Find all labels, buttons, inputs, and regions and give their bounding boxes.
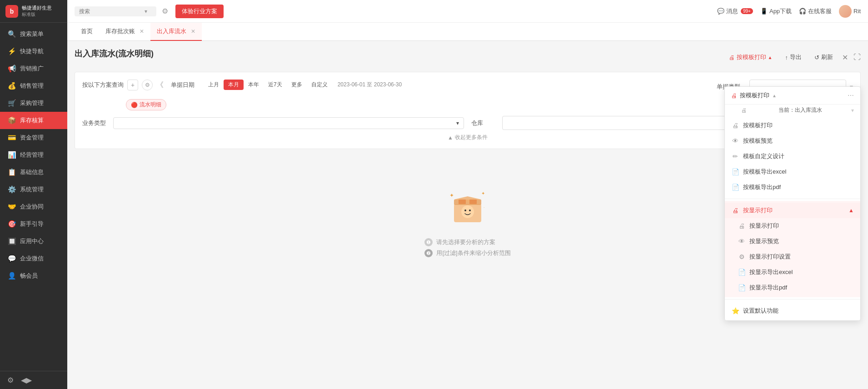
item-icon-display-print: 🖨 [738,222,746,230]
item-label-set-default: 设置默认功能 [743,307,778,315]
date-btn-近7天[interactable]: 近7天 [264,80,287,90]
export-btn[interactable]: ↑ 导出 [782,51,806,63]
section-icon-display-print: 🖨 [731,206,739,214]
tab-batch[interactable]: 库存批次账✕ [99,23,150,41]
search-chevron-icon[interactable]: ▾ [145,8,147,15]
search-input[interactable] [79,8,143,15]
sidebar-label-quicknav: 快捷导航 [20,47,44,55]
dropdown-item-template-excel[interactable]: 📄 按模板导出excel [725,164,860,180]
dropdown-item-display-print[interactable]: 🖨 按显示打印 [725,218,860,234]
dropdown-item-display-preview[interactable]: 👁 按显示预览 [725,234,860,249]
tab-home[interactable]: 首页 [75,23,99,41]
date-btn-自定义[interactable]: 自定义 [307,80,332,90]
sidebar-label-operations: 经营管理 [20,151,44,159]
item-icon-template-excel: 📄 [731,168,739,176]
add-condition-btn[interactable]: + [127,80,138,90]
page-content: 出入库流水(流水明细) 🖨 按模板打印 ▲ ↑ 导出 ↺ 刷新 ✕ ⛶ [67,41,868,389]
hint-num-2: ❷ [424,249,433,257]
item-icon-display-excel: 📄 [738,268,746,276]
topbar: ▾ ⚙ 体验行业方案 💬 消息 99+ 📱 App下载 🎧 在线客服 [67,0,868,23]
customer-service-item[interactable]: 🎧 在线客服 [799,7,832,15]
dropdown-panel: 🖨 按模板打印 ▲ ⋯ 🖨 当前：出入库流水 ▾ 🖨 按模板打印 👁 按模板预览… [724,86,861,321]
warehouse-label: 仓库 [471,119,499,127]
sidebar-item-guide[interactable]: 🎯 新手引导 [0,215,67,233]
dropdown-item-set-default[interactable]: ⭐ 设置默认功能 [725,303,860,319]
date-btn-更多[interactable]: 更多 [287,80,307,90]
sidebar-item-collab[interactable]: 🤝 企业协同 [0,198,67,215]
sidebar-icon-system: ⚙️ [7,185,16,194]
sidebar-item-wechat[interactable]: 💬 企业微信 [0,250,67,267]
hint-item-1: ❶ 请先选择要分析的方案 [424,238,510,246]
dropdown-chevron-up-icon[interactable]: ▲ [772,93,777,98]
print-chevron-up-icon: ▲ [768,55,773,60]
dropdown-item-display-excel[interactable]: 📄 按显示导出excel [725,264,860,280]
main-area: ▾ ⚙ 体验行业方案 💬 消息 99+ 📱 App下载 🎧 在线客服 [67,0,868,389]
app-download-item[interactable]: 📱 App下载 [760,7,792,15]
user-avatar-item[interactable]: Rit [839,5,861,18]
customer-service-icon: 🎧 [799,8,806,15]
sidebar-item-inventory[interactable]: 📦 库存核算 [0,112,67,129]
refresh-btn[interactable]: ↺ 刷新 [811,51,837,63]
tab-close-batch[interactable]: ✕ [140,28,144,35]
search-collapse-icon[interactable]: 《 [156,80,164,90]
topbar-search-box[interactable]: ▾ [75,6,156,16]
item-icon-display-print-settings: ⚙ [738,253,746,261]
tab-close-flow[interactable]: ✕ [191,28,195,35]
item-label-template-excel: 按模板导出excel [743,168,786,176]
industry-btn[interactable]: 体验行业方案 [175,5,224,18]
biz-type-select[interactable]: ▾ [113,117,464,129]
sidebar-label-finance: 资金管理 [20,134,44,142]
topbar-gear-icon[interactable]: ⚙ [162,7,168,15]
collapse-btn[interactable]: ▲ 收起更多条件 [448,134,488,141]
settings-icon[interactable]: ⚙ [7,376,14,384]
sidebar-item-system[interactable]: ⚙️ 系统管理 [0,181,67,198]
dropdown-current-sub[interactable]: 🖨 当前：出入库流水 ▾ [725,105,860,116]
item-label-template-custom: 模板自定义设计 [743,152,784,160]
dropdown-item-template-preview[interactable]: 👁 按模板预览 [725,133,860,149]
messages-badge: 99+ [741,8,753,14]
date-filter: 上月本月本年近7天更多自定义 [204,80,332,90]
messages-item[interactable]: 💬 消息 99+ [717,7,753,15]
search-by-label: 按以下方案查询 [82,81,124,89]
sidebar-item-marketing[interactable]: 📢 营销推广 [0,60,67,77]
sidebar-icon-purchase: 🛒 [7,99,16,108]
dropdown-more-icon[interactable]: ⋯ [848,92,854,99]
tab-flow[interactable]: 出入库流水✕ [150,23,202,41]
item-icon-set-default: ⭐ [731,307,739,315]
dropdown-item-template-custom[interactable]: ✏ 模板自定义设计 [725,149,860,164]
search-settings-btn[interactable]: ⚙ [142,80,153,90]
biz-type-item: 业务类型 ▾ [82,117,464,129]
item-label-template-pdf: 按模板导出pdf [743,183,781,191]
dropdown-section-title-display-print[interactable]: 🖨 按显示打印 ▲ [725,203,860,218]
tab-label-batch: 库存批次账 [105,27,135,35]
sidebar-icon-operations: 📊 [7,150,16,160]
date-btn-本年[interactable]: 本年 [244,80,264,90]
sidebar-item-sales[interactable]: 💰 销售管理 [0,77,67,95]
sidebar-item-member[interactable]: 👤 畅会员 [0,267,67,284]
hint-text-1: 请先选择要分析的方案 [436,238,495,246]
dropdown-item-template-print[interactable]: 🖨 按模板打印 [725,118,860,133]
sidebar-icon-member: 👤 [7,271,16,280]
tab-label-home: 首页 [81,27,93,35]
sidebar-item-appcenter[interactable]: 🔲 应用中心 [0,233,67,250]
page-action-bar: 🖨 按模板打印 ▲ ↑ 导出 ↺ 刷新 ✕ ⛶ [725,51,861,63]
dropdown-item-display-print-settings[interactable]: ⚙ 按显示打印设置 [725,249,860,264]
date-btn-本月[interactable]: 本月 [224,80,244,90]
sidebar-item-operations[interactable]: 📊 经营管理 [0,146,67,164]
dropdown-item-display-pdf[interactable]: 📄 按显示导出pdf [725,280,860,295]
print-template-btn[interactable]: 🖨 按模板打印 ▲ [725,51,776,63]
sidebar-bottom: ⚙ ◀▶ [0,371,67,389]
close-page-icon[interactable]: ✕ [842,53,848,62]
sidebar-item-finance[interactable]: 💳 资金管理 [0,129,67,146]
sidebar-item-quicknav[interactable]: ⚡ 快捷导航 [0,43,67,60]
collapse-sidebar-icon[interactable]: ◀▶ [21,376,32,384]
dropdown-item-template-pdf[interactable]: 📄 按模板导出pdf [725,180,860,195]
date-btn-上月[interactable]: 上月 [204,80,224,90]
sidebar-item-search[interactable]: 🔍 搜索菜单 [0,25,67,43]
expand-page-icon[interactable]: ⛶ [853,53,861,61]
sidebar-item-purchase[interactable]: 🛒 采购管理 [0,95,67,112]
sidebar-label-sales: 销售管理 [20,82,44,90]
collapse-chevron-up-icon: ▲ [448,135,453,141]
sidebar-item-basics[interactable]: 📋 基础信息 [0,164,67,181]
dropdown-divider-1 [725,199,860,199]
